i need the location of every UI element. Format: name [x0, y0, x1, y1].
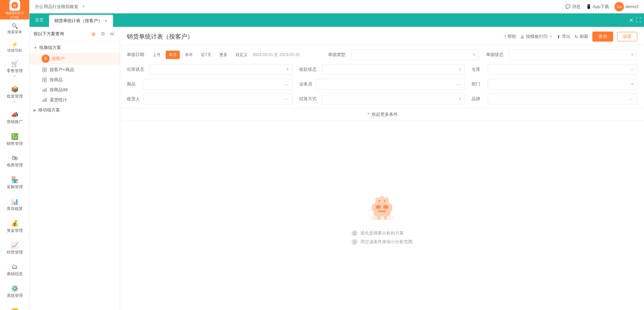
sidebar-item-marketing[interactable]: 📣 营销推广	[0, 107, 29, 129]
receipt-status-select[interactable]: ▼	[322, 64, 465, 75]
refresh-btn[interactable]: ↻ 刷新	[575, 34, 588, 40]
message-btn[interactable]: 💬 消息	[565, 4, 581, 10]
filter-date: 单据日期 上月 本月 本年 近7天 更多 自定义 2023-03-01 至 20…	[127, 51, 321, 59]
operations-icon: 📈	[11, 242, 18, 249]
date-btn-custom[interactable]: 自定义	[232, 51, 251, 59]
sidebar-item-purchase[interactable]: 🏪 采购管理	[0, 172, 29, 194]
out-status-select[interactable]: ▼	[150, 64, 292, 75]
sidebar-logo[interactable]: 财 畅捷通好生意 标准版	[0, 0, 30, 19]
tree-parent-mobile[interactable]: ▶ 移动端方案	[30, 105, 120, 115]
sidebar-item-ecommerce[interactable]: 🛍 电商管理	[0, 151, 29, 172]
date-group: 上月 本月 本年 近7天 更多 自定义 2023-03-01 至 2023-03…	[150, 51, 321, 59]
filter-brand: 品牌 ···	[472, 94, 637, 104]
salesman-label: 业务员	[299, 81, 313, 87]
date-btn-7days[interactable]: 近7天	[198, 51, 214, 59]
filter-salesman: 业务员 ···	[299, 79, 465, 90]
svg-rect-10	[43, 90, 44, 92]
collapse-panel-btn[interactable]: ≪	[108, 30, 116, 38]
tab-sales-report[interactable]: 销货单统计表（按客户） ✕	[49, 15, 113, 27]
settings-scheme-btn[interactable]: ⚙	[99, 30, 106, 38]
date-btn-this-year[interactable]: 本年	[182, 51, 196, 59]
tree-section: ▼ 电脑端方案 客 按客户 按客户+商品	[30, 41, 120, 116]
date-btn-more[interactable]: 更多	[216, 51, 230, 59]
help-btn[interactable]: ? 帮助	[504, 34, 516, 40]
department-label: 部门	[472, 81, 485, 87]
brand-select[interactable]: ···	[488, 94, 637, 104]
date-btn-this-month[interactable]: 本月	[166, 51, 180, 59]
sidebar-item-system[interactable]: ⚙️ 系统管理	[0, 281, 29, 303]
dropdown-icon: ▼	[81, 4, 86, 9]
tree-item-by-customer[interactable]: 客 按客户	[30, 53, 120, 65]
warehouse-select[interactable]: ···	[488, 64, 637, 75]
svg-text:财: 财	[13, 4, 16, 7]
svg-rect-12	[46, 88, 47, 92]
tree-item-by-product[interactable]: 按商品	[30, 75, 120, 85]
svg-rect-20	[378, 211, 386, 212]
svg-rect-9	[45, 80, 47, 82]
collapse-bar[interactable]: ⌃ 收起更多条件	[120, 109, 644, 120]
active-dot-icon: 客	[42, 55, 50, 63]
type-select[interactable]: ▼	[351, 49, 479, 60]
type-dropdown-icon: ▼	[472, 52, 476, 57]
filter-consignee: 收货人 ···	[127, 94, 292, 104]
sidebar-shortcut[interactable]: ⚡ 快捷导航	[0, 38, 29, 56]
desktop-section-label: 电脑端方案	[39, 45, 61, 51]
svg-rect-18	[376, 205, 381, 209]
user-avatar: Ea	[614, 2, 624, 11]
user-name: demo2	[625, 4, 639, 9]
tree-item-by-customer-product[interactable]: 按客户+商品	[30, 65, 120, 75]
tree-item-by-product-99[interactable]: 按商品99	[30, 85, 120, 95]
filter-row-3: 商品 ··· 业务员 ···	[127, 79, 637, 90]
chart-icon-1	[42, 87, 48, 93]
consignee-select[interactable]: ···	[143, 94, 292, 104]
filter-settlement: 结算方式 ▼	[299, 94, 465, 104]
page-actions: ? 帮助 🖨 按模板打印 ▼ ⬆ 导出 ↻ 刷新	[504, 32, 637, 42]
svg-rect-3	[45, 68, 47, 69]
app-download-btn[interactable]: 📱 App下载	[586, 4, 609, 10]
user-profile[interactable]: Ea demo2	[614, 2, 639, 11]
print-btn[interactable]: 🖨 按模板打印 ▼	[520, 34, 553, 40]
refund-stats-label: 退货统计	[50, 97, 67, 103]
warehouse-dots-icon: ···	[630, 67, 634, 72]
settings-btn[interactable]: 设置	[617, 32, 637, 41]
chart-icon-2	[42, 97, 48, 103]
mobile-section-label: 移动端方案	[38, 107, 60, 113]
sidebar-item-sales[interactable]: 💹 销售管理	[0, 129, 29, 151]
tab-bar: 首页 销货单统计表（按客户） ✕ ✕ ⛶	[30, 13, 644, 27]
status-select[interactable]: ▼	[509, 49, 637, 60]
sidebar-item-enterprise-coop[interactable]: 🤝 企业协同	[0, 303, 29, 310]
hint-num-1: 1	[352, 230, 358, 236]
close-window-icon[interactable]: ✕	[629, 17, 633, 23]
by-product-99-label: 按商品99	[50, 87, 67, 93]
status-dropdown-icon: ▼	[630, 52, 634, 57]
sidebar-item-finance[interactable]: 💰 资金管理	[0, 216, 29, 238]
salesman-select[interactable]: ···	[315, 79, 465, 90]
top-header: 办公用品行业模拟账套 ▼ 💬 消息 📱 App下载 Ea demo2	[30, 0, 644, 13]
query-btn[interactable]: 查询	[592, 32, 613, 42]
empty-state: 1 请先选择要分析的方案 2 用过滤条件来缩小分析范围	[120, 120, 644, 310]
tab-close-btn[interactable]: ✕	[104, 18, 108, 23]
sidebar-item-inventory[interactable]: 📊 库存核算	[0, 194, 29, 216]
header-left: 办公用品行业模拟账套 ▼	[35, 4, 86, 10]
date-btn-last-month[interactable]: 上月	[150, 51, 164, 59]
tab-home[interactable]: 首页	[30, 13, 49, 27]
svg-rect-19	[383, 205, 388, 209]
svg-rect-13	[43, 100, 44, 102]
sidebar-item-operations[interactable]: 📈 经营管理	[0, 238, 29, 259]
tree-parent-desktop[interactable]: ▼ 电脑端方案	[30, 43, 120, 53]
tree-item-refund-stats[interactable]: 退货统计	[30, 95, 120, 105]
add-scheme-btn[interactable]: ⊕	[90, 30, 97, 38]
logo-icon: 财	[9, 0, 20, 11]
sidebar: 财 畅捷通好生意 标准版 🔍 搜索菜单 ⚡ 快捷导航 🛒 零售管理 ▲ 📦 批发…	[0, 0, 30, 310]
export-btn[interactable]: ⬆ 导出	[557, 34, 571, 40]
sidebar-item-retail[interactable]: 🛒 零售管理 ▲	[0, 56, 29, 82]
tab-controls: ✕ ⛶	[629, 17, 641, 23]
settlement-select[interactable]: ▼	[322, 94, 465, 104]
sidebar-item-basic[interactable]: 🗂 基础信息	[0, 259, 29, 281]
department-select[interactable]: ▼	[488, 79, 637, 90]
maximize-window-icon[interactable]: ⛶	[636, 17, 641, 23]
sidebar-item-wholesale[interactable]: 📦 批发管理 ▲	[0, 82, 29, 107]
sidebar-search[interactable]: 🔍 搜索菜单	[0, 19, 29, 38]
product-select[interactable]: ···	[143, 79, 292, 90]
brand-dots-icon: ···	[628, 96, 634, 102]
